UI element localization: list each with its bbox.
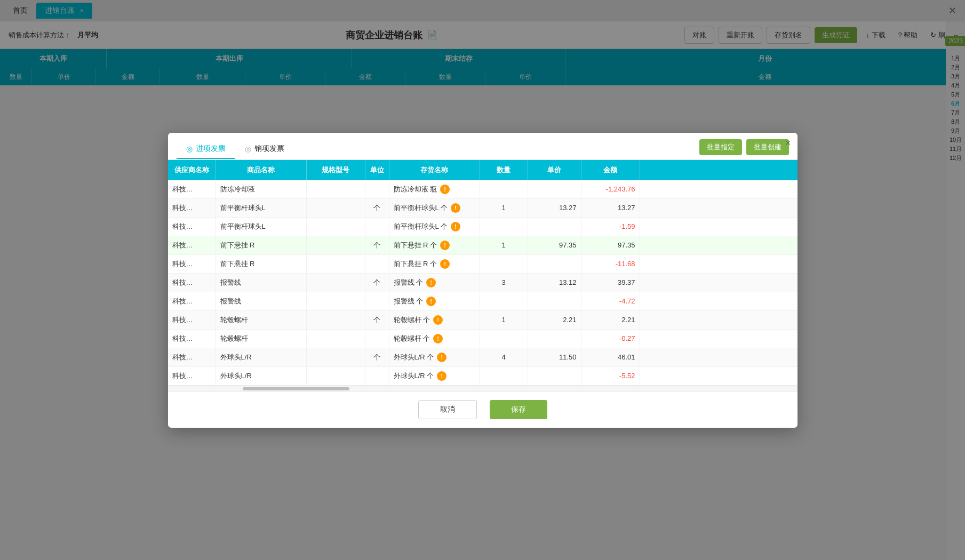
cell-product: 前平衡杆球头L [216,199,307,217]
warning-icon: ! [440,185,450,194]
cell-qty: 1 [480,236,528,254]
modal-close-button[interactable]: × [785,138,791,148]
warning-icon: ! [426,297,436,306]
cell-unit [365,367,389,385]
cell-price: 97.35 [528,236,581,254]
cell-supplier: 科技… [168,367,216,385]
cell-supplier: 科技… [168,236,216,254]
cell-inventory: 前下悬挂 R 个 ! [389,236,480,254]
cell-inventory: 前平衡杆球头L 个 ! [389,218,480,236]
cell-price [528,292,581,310]
th-price: 单价 [528,160,581,180]
modal-overlay: ◎ 进项发票 ◎ 销项发票 批量指定 批量创建 × 供应商名称 商品名称 规格型… [0,0,965,560]
batch-create-button[interactable]: 批量创建 [746,139,789,155]
cell-amount: 39.37 [581,274,640,292]
cell-supplier: 科技… [168,311,216,329]
cell-product: 报警线 [216,274,307,292]
warning-icon: ! [451,222,460,231]
cell-qty [480,255,528,273]
table-row: 科技… 前下悬挂 R 个 前下悬挂 R 个 ! 1 97.35 97.35 [168,236,797,255]
cell-unit [365,330,389,348]
batch-assign-button[interactable]: 批量指定 [699,139,742,155]
cell-qty: 1 [480,199,528,217]
cell-spec [307,311,365,329]
warning-icon: ! [451,203,460,213]
cell-unit: 个 [365,199,389,217]
cell-inventory: 轮毂螺杆 个 ! [389,330,480,348]
cell-inventory: 前下悬挂 R 个 ! [389,255,480,273]
warning-icon: ! [440,241,450,250]
tab-incoming-invoice[interactable]: ◎ 进项发票 [177,140,235,159]
cell-product: 报警线 [216,292,307,310]
cell-spec [307,180,365,198]
modal-scrollbar[interactable] [168,386,797,391]
th-product: 商品名称 [216,160,307,180]
cell-amount: -11.68 [581,255,640,273]
cell-spec [307,236,365,254]
cell-amount: 2.21 [581,311,640,329]
warning-icon: ! [437,353,446,362]
cell-spec [307,292,365,310]
cell-unit: 个 [365,311,389,329]
cell-qty [480,180,528,198]
cell-amount: -1,243.76 [581,180,640,198]
cell-inventory: 轮毂螺杆 个 ! [389,311,480,329]
cell-unit: 个 [365,348,389,366]
cell-unit [365,180,389,198]
th-supplier: 供应商名称 [168,160,216,180]
cell-qty: 1 [480,311,528,329]
warning-icon: ! [426,278,436,287]
cell-inventory: 外球头L/R 个 ! [389,367,480,385]
cell-product: 外球头L/R [216,348,307,366]
cell-amount: -1.59 [581,218,640,236]
cell-spec [307,274,365,292]
cell-supplier: 科技… [168,218,216,236]
cell-spec [307,199,365,217]
table-row: 科技… 前平衡杆球头L 个 前平衡杆球头L 个 ! 1 13.27 13.27 [168,199,797,218]
save-button[interactable]: 保存 [490,400,547,419]
modal-table: 供应商名称 商品名称 规格型号 单位 存货名称 数量 单价 金额 科技… 防冻冷… [168,160,797,386]
cell-supplier: 科技… [168,292,216,310]
cell-supplier: 科技… [168,348,216,366]
cell-qty [480,367,528,385]
cell-amount: -5.52 [581,367,640,385]
table-row: 科技… 轮毂螺杆 个 轮毂螺杆 个 ! 1 2.21 2.21 [168,311,797,330]
modal-scrollbar-thumb[interactable] [243,387,349,390]
tab-outgoing-invoice[interactable]: ◎ 销项发票 [235,140,294,159]
modal-footer: 取消 保存 [168,391,797,428]
cancel-button[interactable]: 取消 [418,400,477,419]
table-row: 科技… 外球头L/R 外球头L/R 个 ! -5.52 [168,367,797,386]
modal-table-header: 供应商名称 商品名称 规格型号 单位 存货名称 数量 单价 金额 [168,160,797,180]
table-row: 科技… 前平衡杆球头L 前平衡杆球头L 个 ! -1.59 [168,218,797,236]
th-spec: 规格型号 [307,160,365,180]
cell-price [528,255,581,273]
th-qty: 数量 [480,160,528,180]
cell-spec [307,348,365,366]
warning-icon: ! [440,259,450,269]
cell-amount: 13.27 [581,199,640,217]
table-row: 科技… 轮毂螺杆 轮毂螺杆 个 ! -0.27 [168,330,797,348]
cell-product: 前下悬挂 R [216,236,307,254]
cell-amount: -0.27 [581,330,640,348]
cell-spec [307,330,365,348]
cell-amount: 97.35 [581,236,640,254]
cell-spec [307,218,365,236]
modal-rows-container: 科技… 防冻冷却液 防冻冷却液 瓶 ! -1,243.76 科技… 前平衡杆球头… [168,180,797,386]
cell-product: 外球头L/R [216,367,307,385]
cell-product: 轮毂螺杆 [216,330,307,348]
modal-dialog: ◎ 进项发票 ◎ 销项发票 批量指定 批量创建 × 供应商名称 商品名称 规格型… [168,133,797,428]
cell-price: 13.12 [528,274,581,292]
cell-product: 前下悬挂 R [216,255,307,273]
warning-icon: ! [437,371,446,381]
table-row: 科技… 外球头L/R 个 外球头L/R 个 ! 4 11.50 46.01 [168,348,797,367]
cell-qty [480,218,528,236]
cell-supplier: 科技… [168,199,216,217]
cell-qty [480,330,528,348]
th-amount: 金额 [581,160,640,180]
cell-price: 2.21 [528,311,581,329]
cell-unit [365,255,389,273]
cell-product: 轮毂螺杆 [216,311,307,329]
cell-price: 13.27 [528,199,581,217]
cell-price [528,180,581,198]
cell-product: 前平衡杆球头L [216,218,307,236]
